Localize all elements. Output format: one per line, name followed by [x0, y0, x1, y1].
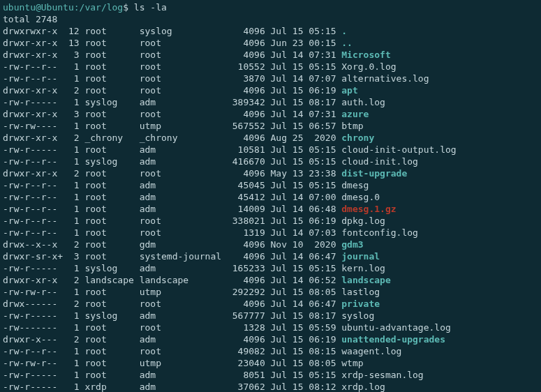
- listing-row: -rw-rw-r-- 1 root utmp 23040 Jul 15 08:0…: [3, 357, 538, 369]
- links: 2: [63, 239, 79, 250]
- file-name: auth.log: [341, 97, 385, 107]
- date: Jul 14 06:48: [271, 204, 336, 214]
- listing-row: -rw-r----- 1 syslog adm 389342 Jul 15 08…: [3, 96, 538, 108]
- file-name: azure: [341, 109, 369, 119]
- size: 389342: [221, 97, 265, 107]
- owner: root: [84, 370, 133, 380]
- owner: _chrony: [84, 133, 133, 143]
- size: 4096: [221, 251, 265, 262]
- owner: root: [84, 299, 133, 309]
- perm: -rw-r--r--: [3, 216, 63, 226]
- date: Jul 14 06:47: [271, 251, 336, 262]
- file-name: lastlog: [341, 287, 380, 297]
- group: root: [140, 216, 221, 226]
- group: root: [140, 61, 221, 72]
- owner: syslog: [84, 156, 133, 167]
- file-name: dpkg.log: [341, 216, 385, 226]
- perm: -rw-r--r--: [3, 156, 63, 167]
- owner: root: [84, 109, 133, 119]
- date: Jul 15 05:15: [271, 370, 336, 380]
- perm: drwxr-xr-x: [3, 50, 63, 60]
- file-name: wtmp: [341, 358, 363, 368]
- perm: -rw-r--r--: [3, 73, 63, 84]
- owner: root: [84, 168, 133, 179]
- perm: -rw-r--r--: [3, 192, 63, 202]
- file-name: Xorg.0.log: [341, 61, 396, 72]
- group: utmp: [140, 287, 221, 297]
- prompt-user-host: ubuntu@Ubuntu: [3, 2, 74, 13]
- perm: drwxr-sr-x+: [3, 251, 63, 262]
- links: 3: [63, 109, 79, 119]
- terminal[interactable]: ubuntu@Ubuntu:/var/log$ ls -la total 274…: [0, 0, 541, 392]
- group: adm: [140, 310, 221, 321]
- perm: -rw-r-----: [3, 382, 63, 392]
- file-name: gdm3: [341, 239, 363, 250]
- links: 2: [63, 133, 79, 143]
- links: 1: [63, 180, 79, 190]
- listing-row: drwxr-xr-x 13 root root 4096 Jun 23 00:1…: [3, 37, 538, 49]
- file-name: alternatives.log: [341, 73, 429, 84]
- listing-row: -rw-r----- 1 root adm 8051 Jul 15 05:15 …: [3, 369, 538, 381]
- file-name: cloud-init-output.log: [341, 144, 456, 155]
- date: Jul 15 08:17: [271, 97, 336, 107]
- date: Jul 15 05:15: [271, 263, 336, 273]
- group: adm: [140, 192, 221, 202]
- links: 13: [63, 38, 79, 48]
- date: Jul 14 06:47: [271, 299, 336, 309]
- owner: root: [84, 322, 133, 333]
- links: 1: [63, 216, 79, 226]
- listing-row: -rw-rw---- 1 root utmp 567552 Jul 15 06:…: [3, 120, 538, 132]
- listing-row: drwxr-xr-x 3 root root 4096 Jul 14 07:31…: [3, 49, 538, 61]
- perm: drwxr-xr-x: [3, 38, 63, 48]
- perm: drwxr-xr-x: [3, 85, 63, 96]
- listing-row: -rw-r--r-- 1 root root 10552 Jul 15 05:1…: [3, 61, 538, 73]
- file-name: .: [341, 26, 347, 36]
- listing-row: drwxr-xr-x 3 root root 4096 Jul 14 07:31…: [3, 108, 538, 120]
- date: Jun 23 00:15: [271, 38, 336, 48]
- listing-row: -rw-r--r-- 1 root root 49082 Jul 15 08:1…: [3, 345, 538, 357]
- date: Jul 14 06:52: [271, 275, 336, 285]
- group: adm: [140, 97, 221, 107]
- date: Jul 15 06:19: [271, 216, 336, 226]
- size: 4096: [221, 133, 265, 143]
- perm: -rw-rw-r--: [3, 287, 63, 297]
- group: adm: [140, 334, 221, 345]
- links: 12: [63, 26, 79, 36]
- date: Jul 15 05:15: [271, 26, 336, 36]
- command-text: ls -la: [134, 2, 167, 13]
- group: syslog: [140, 26, 221, 36]
- file-name: xrdp.log: [341, 382, 385, 392]
- group: adm: [140, 156, 221, 167]
- size: 4096: [221, 38, 265, 48]
- owner: syslog: [84, 310, 133, 321]
- file-name: syslog: [341, 310, 374, 321]
- perm: drwx------: [3, 299, 63, 309]
- perm: drwxr-x---: [3, 334, 63, 345]
- owner: syslog: [84, 97, 133, 107]
- size: 4096: [221, 85, 265, 96]
- listing-row: drwxr-xr-x 2 landscape landscape 4096 Ju…: [3, 274, 538, 286]
- size: 49082: [221, 346, 265, 356]
- file-name: kern.log: [341, 263, 385, 273]
- listing-row: drwxr-xr-x 2 root root 4096 Jul 15 06:19…: [3, 84, 538, 96]
- size: 37062: [221, 382, 265, 392]
- owner: root: [84, 204, 133, 214]
- links: 1: [63, 227, 79, 238]
- listing-row: drwxrwxr-x 12 root syslog 4096 Jul 15 05…: [3, 25, 538, 37]
- group: landscape: [140, 275, 221, 285]
- owner: root: [84, 73, 133, 84]
- owner: root: [84, 26, 133, 36]
- file-name: cloud-init.log: [341, 156, 418, 167]
- size: 14009: [221, 204, 265, 214]
- perm: -rw-r--r--: [3, 204, 63, 214]
- perm: drwxr-xr-x: [3, 133, 63, 143]
- links: 1: [63, 310, 79, 321]
- size: 4096: [221, 50, 265, 60]
- date: Jul 15 05:59: [271, 322, 336, 333]
- links: 1: [63, 144, 79, 155]
- date: Jul 15 05:15: [271, 156, 336, 167]
- date: Jul 14 07:31: [271, 50, 336, 60]
- file-name: apt: [341, 85, 357, 96]
- size: 4096: [221, 299, 265, 309]
- owner: root: [84, 38, 133, 48]
